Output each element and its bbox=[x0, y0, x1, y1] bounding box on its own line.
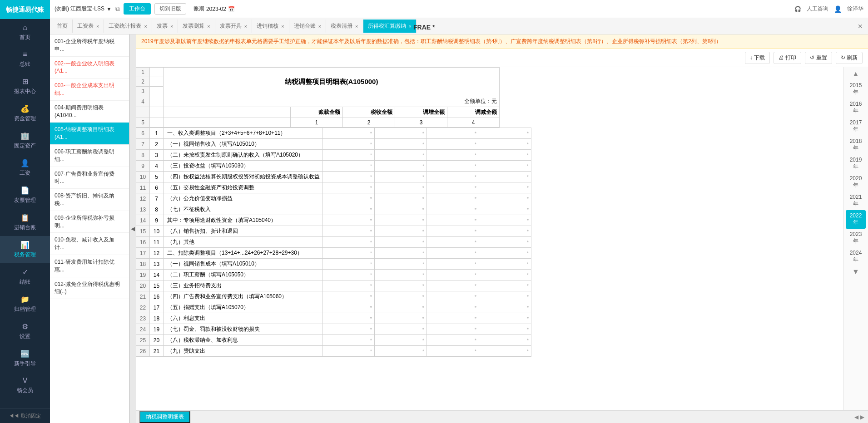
data-cell[interactable]: * bbox=[322, 226, 375, 237]
data-cell[interactable]: * bbox=[375, 193, 427, 204]
data-cell[interactable]: * bbox=[427, 248, 479, 259]
year-button[interactable]: 2016年 bbox=[846, 98, 866, 117]
form-item-012[interactable]: 012-减免企业所得税优惠明细(..) bbox=[50, 277, 129, 300]
data-cell[interactable]: * bbox=[322, 182, 375, 193]
tab-invoice[interactable]: 发票 × bbox=[152, 20, 178, 33]
tab-payroll-stats[interactable]: 工资统计报表 × bbox=[104, 20, 152, 33]
data-cell[interactable]: * bbox=[479, 172, 531, 182]
year-button[interactable]: 2020年 bbox=[846, 173, 866, 192]
form-item-008[interactable]: 008-资产折旧、摊销及纳税... bbox=[50, 189, 129, 211]
user-name[interactable]: 徐泽华 bbox=[847, 5, 863, 13]
tab-close-invoice-issue[interactable]: × bbox=[244, 24, 247, 29]
form-item-002[interactable]: 002-一般企业收入明细表(A1... bbox=[50, 57, 129, 79]
data-cell[interactable]: * bbox=[479, 128, 531, 139]
reset-button[interactable]: ↺ 重置 bbox=[805, 52, 832, 64]
form-item-009[interactable]: 009-企业所得税弥补亏损明... bbox=[50, 211, 129, 233]
tab-close-all-button[interactable]: ✕ bbox=[855, 22, 866, 31]
sheet-scroll-area[interactable]: 1 纳税调整项目明细表(A105000) 2 3 bbox=[136, 67, 843, 410]
data-cell[interactable]: * bbox=[479, 270, 531, 280]
data-cell[interactable]: * bbox=[427, 226, 479, 237]
unpin-button[interactable]: ◀◀ 取消固定 bbox=[0, 408, 50, 423]
data-cell[interactable]: * bbox=[375, 346, 427, 357]
data-cell[interactable]: * bbox=[427, 259, 479, 270]
data-cell[interactable]: * bbox=[322, 161, 375, 172]
tab-tax-list[interactable]: 税表清册 × bbox=[326, 20, 363, 33]
sidebar-item-payroll[interactable]: 👤 工资 bbox=[0, 154, 50, 182]
data-cell[interactable]: * bbox=[322, 215, 375, 226]
data-cell[interactable]: * bbox=[479, 215, 531, 226]
scroll-left-icon[interactable]: ◀ bbox=[854, 414, 858, 420]
data-cell[interactable]: * bbox=[427, 324, 479, 335]
data-cell[interactable]: * bbox=[427, 182, 479, 193]
data-cell[interactable]: * bbox=[479, 150, 531, 161]
data-cell[interactable]: * bbox=[479, 291, 531, 302]
tab-income-tax[interactable]: 所得税汇算缴纳 × bbox=[363, 20, 417, 33]
data-cell[interactable]: * bbox=[427, 313, 479, 324]
data-cell[interactable]: * bbox=[322, 346, 375, 357]
sidebar-item-assets[interactable]: 🏢 固定资产 bbox=[0, 127, 50, 154]
sidebar-item-finance[interactable]: 💰 资金管理 bbox=[0, 100, 50, 127]
data-cell[interactable]: * bbox=[427, 161, 479, 172]
data-cell[interactable]: * bbox=[375, 302, 427, 313]
tab-close-invoice-calc[interactable]: × bbox=[207, 24, 210, 29]
copy-icon[interactable]: ⧉ bbox=[115, 5, 120, 13]
data-cell[interactable]: * bbox=[322, 270, 375, 280]
data-cell[interactable]: * bbox=[427, 270, 479, 280]
sidebar-item-guide[interactable]: 🆕 新手引导 bbox=[0, 345, 50, 372]
form-item-004[interactable]: 004-期间费用明细表(A1040... bbox=[50, 101, 129, 123]
company-selector[interactable]: (勿删) 江西股宝-LSS ▼ bbox=[55, 5, 112, 13]
back-button[interactable]: 切到旧版 bbox=[154, 3, 186, 15]
data-cell[interactable]: * bbox=[322, 248, 375, 259]
data-cell[interactable]: * bbox=[427, 193, 479, 204]
data-cell[interactable]: * bbox=[322, 259, 375, 270]
form-item-010[interactable]: 010-免税、减计收入及加计... bbox=[50, 233, 129, 255]
data-cell[interactable]: * bbox=[375, 226, 427, 237]
calendar-icon[interactable]: 📅 bbox=[228, 6, 235, 12]
data-cell[interactable]: * bbox=[322, 291, 375, 302]
data-cell[interactable]: * bbox=[322, 302, 375, 313]
year-button[interactable]: 2022年 bbox=[846, 210, 866, 229]
data-cell[interactable]: * bbox=[427, 346, 479, 357]
data-cell[interactable]: * bbox=[479, 324, 531, 335]
data-cell[interactable]: * bbox=[375, 128, 427, 139]
data-cell[interactable]: * bbox=[479, 161, 531, 172]
form-item-007[interactable]: 007-广告费和业务宣传费时... bbox=[50, 167, 129, 189]
year-button[interactable]: 2019年 bbox=[846, 154, 866, 173]
data-cell[interactable]: * bbox=[427, 204, 479, 215]
form-item-006[interactable]: 006-职工薪酬纳税调整明细... bbox=[50, 145, 129, 167]
print-button[interactable]: 🖨 打印 bbox=[774, 52, 801, 64]
data-cell[interactable]: * bbox=[322, 280, 375, 291]
form-item-001[interactable]: 001-企业所得税年度纳税申... bbox=[50, 34, 129, 57]
form-item-011[interactable]: 011-研发费用加计扣除优惠... bbox=[50, 255, 129, 277]
data-cell[interactable]: * bbox=[322, 335, 375, 346]
data-cell[interactable]: * bbox=[427, 335, 479, 346]
data-cell[interactable]: * bbox=[375, 161, 427, 172]
data-cell[interactable]: * bbox=[479, 204, 531, 215]
year-nav-down[interactable]: ▼ bbox=[851, 267, 860, 277]
data-cell[interactable]: * bbox=[375, 215, 427, 226]
data-cell[interactable]: * bbox=[427, 280, 479, 291]
data-cell[interactable]: * bbox=[322, 172, 375, 182]
data-cell[interactable]: * bbox=[479, 193, 531, 204]
year-button[interactable]: 2018年 bbox=[846, 136, 866, 154]
tab-close-invoice[interactable]: × bbox=[170, 24, 173, 29]
data-cell[interactable]: * bbox=[427, 215, 479, 226]
panel-toggle-button[interactable]: ◀ bbox=[129, 34, 136, 423]
tab-payroll[interactable]: 工资表 × bbox=[73, 20, 104, 33]
workbench-button[interactable]: 工作台 bbox=[124, 3, 151, 15]
sidebar-item-close[interactable]: ✓ 结账 bbox=[0, 263, 50, 290]
sidebar-item-settings[interactable]: ⚙ 设置 bbox=[0, 318, 50, 345]
tab-close-payroll-stats[interactable]: × bbox=[144, 24, 147, 29]
sheet-tab-adjust[interactable]: 纳税调整明细表 bbox=[139, 411, 190, 423]
data-cell[interactable]: * bbox=[479, 139, 531, 150]
data-cell[interactable]: * bbox=[479, 346, 531, 357]
data-cell[interactable]: * bbox=[375, 280, 427, 291]
data-cell[interactable]: * bbox=[427, 128, 479, 139]
data-cell[interactable]: * bbox=[479, 226, 531, 237]
sidebar-item-home[interactable]: ⌂ 首页 bbox=[0, 19, 50, 46]
sidebar-item-invoice[interactable]: 📄 发票管理 bbox=[0, 182, 50, 209]
sidebar-item-tax[interactable]: 📊 税务管理 bbox=[0, 236, 50, 263]
data-cell[interactable]: * bbox=[375, 150, 427, 161]
tab-invoice-calc[interactable]: 发票测算 × bbox=[178, 20, 215, 33]
sidebar-item-ledger[interactable]: ≡ 总账 bbox=[0, 46, 50, 73]
